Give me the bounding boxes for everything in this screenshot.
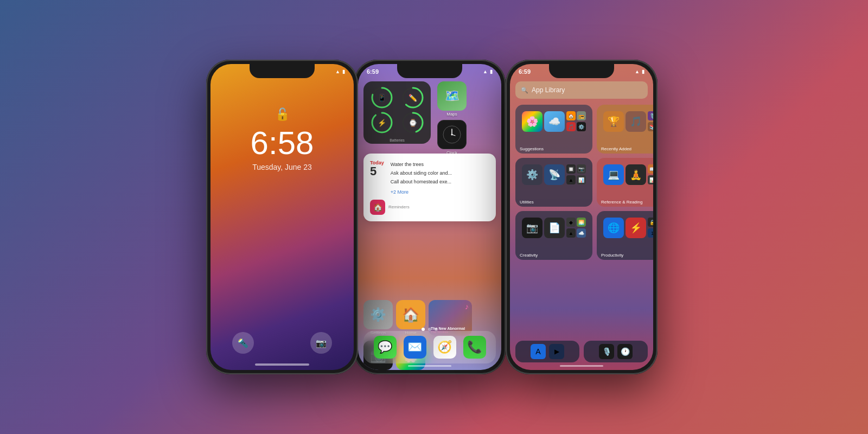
reminder-footer: 🏠 Reminders <box>370 200 489 215</box>
productivity-icons: 🌐 ⚡ 🔒 📊 1️ 📈 <box>601 215 653 240</box>
camera-button[interactable]: 📷 <box>310 332 332 354</box>
recently-big-2: 🎵 <box>626 111 646 132</box>
util-sm-1: 🔲 <box>566 164 576 174</box>
reference-big-2: 🧘 <box>626 164 646 185</box>
reminders-widget[interactable]: Today 5 Water the trees Ask about siding… <box>363 154 496 221</box>
search-icon: 🔍 <box>521 87 528 94</box>
battery-cell-3: ⚡ <box>367 111 397 135</box>
recently-sm-1: 🎙️ <box>648 111 653 120</box>
home-screen: 6:59 ▲ ▮ <box>358 64 501 370</box>
wifi-icon: ▲ <box>635 69 640 74</box>
photos-lib-icon: 🌸 <box>522 111 542 132</box>
dock-messages[interactable]: 💬 <box>374 336 397 359</box>
status-icons: ▲ ▮ <box>335 69 345 74</box>
svg-point-11 <box>451 134 453 136</box>
flashlight-button[interactable]: 🔦 <box>232 332 254 354</box>
cre-sm-3: ▲ <box>566 228 576 238</box>
reference-icons: 💻 🧘 📖 📰 📊 🔢 <box>601 162 653 187</box>
creativity-big-1: 📷 <box>522 218 542 238</box>
lock-time: 6:58 <box>251 127 314 159</box>
top-widget-row: 📱 ✏️ <box>363 81 496 155</box>
ref-sm-1: 📖 <box>648 164 653 174</box>
battery-icon: ▮ <box>490 69 493 74</box>
folder-suggestions[interactable]: 🌸 ☁️ 🏠 📻 🎵 ⚙️ Suggestions <box>515 105 592 154</box>
dock-safari[interactable]: 🧭 <box>433 336 456 359</box>
utilities-small: 🔲 📷 ▲ 📊 <box>566 164 586 185</box>
home-app-icon: 🏠 <box>396 300 425 329</box>
battery-ring-3: ⚡ <box>370 111 394 135</box>
maps-clock-column: 🗺️ Maps Clock <box>437 81 467 155</box>
lock-bottom-controls: 🔦 📷 <box>210 332 354 354</box>
reminder-item-1: Water the trees <box>391 160 452 169</box>
battery-ring-2: ✏️ <box>401 86 425 110</box>
batteries-widget[interactable]: 📱 ✏️ <box>363 81 431 144</box>
app-library-search[interactable]: 🔍 App Library <box>515 81 648 99</box>
prod-sm-1: 🔒 <box>648 218 653 227</box>
mic-icon: 🎙️ <box>599 344 614 359</box>
bottom-folder-2[interactable]: 🎙️ 🕐 <box>584 341 648 362</box>
home-indicator <box>255 363 309 366</box>
reminder-header: Today 5 Water the trees Ask about siding… <box>370 160 489 196</box>
clock-lib-icon: 🕐 <box>617 344 633 359</box>
reminder-count: 5 <box>370 165 384 177</box>
status-icons: ▲ ▮ <box>483 69 493 74</box>
status-time: 6:59 <box>367 68 379 75</box>
bottom-folder-1[interactable]: A ▶ <box>515 341 579 362</box>
productivity-big-2: ⚡ <box>626 218 646 238</box>
battery-cell-2: ✏️ <box>398 86 427 110</box>
app-library-bottom-row: A ▶ 🎙️ 🕐 <box>515 341 648 362</box>
home-indicator <box>560 365 603 367</box>
batteries-label: Batteries <box>363 138 431 142</box>
maps-app[interactable]: 🗺️ Maps <box>437 81 467 117</box>
reminder-items: Water the trees Ask about siding color a… <box>391 160 452 196</box>
folder-creativity[interactable]: 📷 📄 ◆ 🌅 ▲ ☁️ Creativity <box>515 211 592 260</box>
app-library-grid: 🌸 ☁️ 🏠 📻 🎵 ⚙️ Suggestions <box>515 105 648 260</box>
suggestions-icons: 🌸 ☁️ 🏠 📻 🎵 ⚙️ <box>520 109 588 134</box>
phone-3-app-library: 6:59 ▲ ▮ 🔍 App Library 🌸 ☁️ <box>506 60 658 374</box>
prod-sm-3: 1️ <box>648 228 653 238</box>
recently-icons: 🏆 🎵 🎙️ 🏃 📚 📖 <box>601 109 653 134</box>
folder-recently-added[interactable]: 🏆 🎵 🎙️ 🏃 📚 📖 Recently Added <box>597 105 653 154</box>
phone-icon: 📱 <box>378 94 386 102</box>
settings-icon: ⚙️ <box>363 300 393 329</box>
productivity-small: 🔒 📊 1️ 📈 <box>648 218 653 238</box>
lock-screen: ▲ ▮ 🔓 6:58 Tuesday, June 23 🔦 📷 <box>210 64 354 370</box>
dock-phone[interactable]: 📞 <box>463 336 486 359</box>
reminder-widget-label: Reminders <box>388 205 410 209</box>
dock-mail[interactable]: ✉️ <box>404 336 426 359</box>
reference-big-1: 💻 <box>603 164 624 185</box>
lib-sm-2: 📻 <box>577 111 586 120</box>
prime-icon: ▶ <box>549 344 564 359</box>
utilities-big-2: 📡 <box>544 164 565 185</box>
lock-screen-content: 🔓 6:58 Tuesday, June 23 <box>210 107 354 171</box>
reminder-app-icon: 🏠 <box>370 200 385 215</box>
phone-1-lock-screen: ▲ ▮ 🔓 6:58 Tuesday, June 23 🔦 📷 <box>206 60 358 374</box>
reminder-today-section: Today 5 <box>370 160 384 196</box>
reference-label: Reference & Reading <box>601 200 643 205</box>
lib-sm-3: 🎵 <box>566 122 576 131</box>
phone-2-home-screen: 6:59 ▲ ▮ <box>354 60 506 374</box>
notch <box>250 64 315 78</box>
wifi-icon: ▲ <box>335 69 340 74</box>
reminder-item-2: Ask about siding color and... <box>391 169 452 177</box>
home-indicator <box>408 365 451 367</box>
recently-small: 🎙️ 🏃 📚 📖 <box>648 111 653 132</box>
lib-sm-1: 🏠 <box>566 111 576 120</box>
utilities-label: Utilities <box>520 200 534 205</box>
suggestions-big-icons: 🌸 <box>522 111 542 132</box>
suggestions-small-icons: 🏠 📻 🎵 ⚙️ <box>566 111 586 132</box>
app-library-screen: 6:59 ▲ ▮ 🔍 App Library 🌸 ☁️ <box>510 64 653 370</box>
reminder-more: +2 More <box>391 188 452 196</box>
clock-app[interactable]: Clock <box>437 120 467 155</box>
ref-sm-3: 📊 <box>648 175 653 184</box>
folder-utilities[interactable]: ⚙️ 📡 🔲 📷 ▲ 📊 Utilities <box>515 158 592 207</box>
maps-label: Maps <box>446 112 457 117</box>
battery-icon: ▮ <box>642 69 644 74</box>
recently-sm-3: 📚 <box>648 122 653 131</box>
cre-sm-4: ☁️ <box>577 228 586 238</box>
folder-productivity[interactable]: 🌐 ⚡ 🔒 📊 1️ 📈 Productivity <box>597 211 653 260</box>
battery-icon: ▮ <box>342 69 345 74</box>
dock: 💬 ✉️ 🧭 📞 <box>363 331 496 363</box>
folder-reference-reading[interactable]: 💻 🧘 📖 📰 📊 🔢 Reference & Reading <box>597 158 653 207</box>
suggestions-big-icons-2: ☁️ <box>544 111 565 132</box>
